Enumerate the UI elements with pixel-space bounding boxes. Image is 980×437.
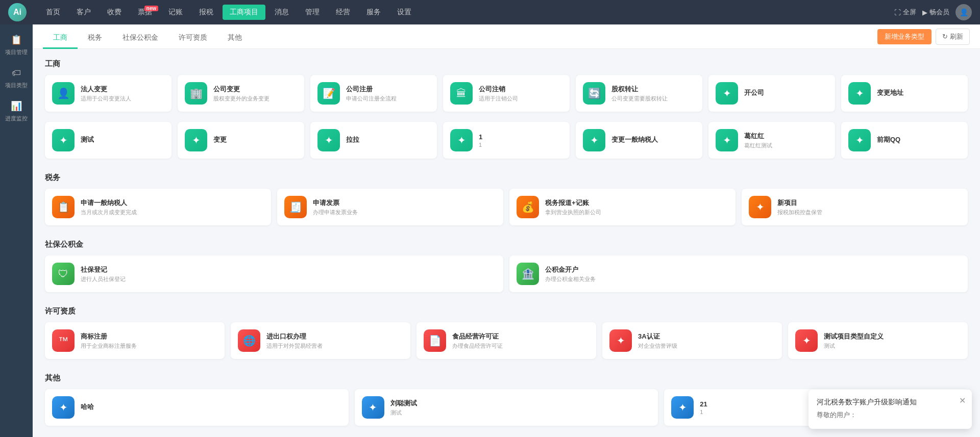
card-icon-拉拉: ✦: [317, 129, 340, 151]
card-name-新项目: 新项目: [777, 198, 961, 208]
nav-item-manage[interactable]: 管理: [298, 5, 327, 20]
fullscreen-btn[interactable]: ⛶ 全屏: [894, 8, 916, 17]
sidebar: 📋 项目管理 🏷 项目类型 📊 进度监控: [0, 24, 33, 437]
card-name-前期QQ: 前期QQ: [877, 135, 961, 144]
card-3A认证[interactable]: ✦ 3A认证 对企业信誉评级: [602, 322, 782, 359]
sidebar-item-progress[interactable]: 📊 进度监控: [2, 95, 31, 126]
section-shuiwu-title: 税务: [45, 173, 968, 183]
card-desc-3A认证: 对企业信誉评级: [638, 342, 775, 350]
card-公积金开户[interactable]: 🏦 公积金开户 办理公积金相关业务: [509, 255, 968, 292]
card-公司变更[interactable]: 🏢 公司变更 股权变更外的业务变更: [178, 75, 304, 112]
card-name-公司注册: 公司注册: [346, 85, 430, 94]
card-变更纳税人[interactable]: ✦ 变更一般纳税人: [576, 122, 702, 159]
shuiwu-card-grid: 📋 申请一般纳税人 当月或次月成变更完成 🧾 申请发票 办理申请发票业务 💰: [45, 189, 968, 225]
card-icon-21: ✦: [671, 396, 694, 419]
card-desc-股权转让: 公司变更需要股权转让: [611, 95, 695, 102]
card-进出口权[interactable]: 🌐 进出口权办理 适用于对外贸易经营者: [231, 322, 410, 359]
nav-item-operation[interactable]: 经营: [329, 5, 357, 20]
sidebar-item-project-manage[interactable]: 📋 项目管理: [2, 29, 31, 60]
card-测试项目类型[interactable]: ✦ 测试项目类型自定义 测试: [788, 322, 968, 359]
card-info-测试项目类型: 测试项目类型自定义 测试: [824, 332, 961, 350]
card-食品经营[interactable]: 📄 食品经营许可证 办理食品经营许可证: [416, 322, 596, 359]
card-info-测试: 测试: [81, 135, 164, 145]
notification-close-button[interactable]: ✕: [959, 396, 966, 405]
card-desc-申请发票: 办理申请发票业务: [313, 209, 496, 216]
card-新项目[interactable]: ✦ 新项目 报税加税控盘保管: [742, 189, 968, 225]
gongshang-card-grid-2: ✦ 测试 ✦ 变更 ✦ 拉拉: [45, 122, 968, 159]
new-badge: new: [144, 6, 158, 11]
card-name-测试: 测试: [81, 135, 164, 144]
nav-item-message[interactable]: 消息: [267, 5, 296, 20]
card-测试[interactable]: ✦ 测试: [45, 122, 172, 159]
card-葛红红[interactable]: ✦ 葛红红 葛红红测试: [708, 122, 835, 159]
card-变更[interactable]: ✦ 变更: [178, 122, 304, 159]
card-name-股权转让: 股权转让: [611, 85, 695, 94]
card-info-变更纳税人: 变更一般纳税人: [611, 135, 695, 145]
avatar[interactable]: 👤: [955, 4, 972, 20]
card-申请纳税人[interactable]: 📋 申请一般纳税人 当月或次月成变更完成: [45, 189, 271, 225]
nav-item-bizproject[interactable]: 工商项目: [223, 5, 265, 20]
main-layout: 📋 项目管理 🏷 项目类型 📊 进度监控 工商 税务 社保公积金 许可资质 其他…: [0, 24, 980, 437]
card-info-申请发票: 申请发票 办理申请发票业务: [313, 198, 496, 216]
content-body: 工商 👤 法人变更 适用于公司变更法人 🏢 公司变更 股权变更外的业务变更: [33, 49, 980, 437]
new-type-button[interactable]: 新增业务类型: [877, 29, 932, 44]
card-商标注册[interactable]: ™ 商标注册 用于企业商标注册服务: [45, 322, 225, 359]
section-gongshang-title: 工商: [45, 59, 968, 69]
nav-items: 首页 客户 收费 票据 new 记账 报税 工商项目 消息 管理 经营 服务 设…: [39, 5, 894, 20]
card-name-刘聪测试: 刘聪测试: [390, 399, 651, 408]
tab-xuke[interactable]: 许可资质: [168, 28, 217, 49]
nav-item-settings[interactable]: 设置: [390, 5, 419, 20]
card-info-前期QQ: 前期QQ: [877, 135, 961, 145]
card-开公司[interactable]: ✦ 开公司: [708, 75, 835, 112]
card-info-新项目: 新项目 报税加税控盘保管: [777, 198, 961, 216]
card-desc-新项目: 报税加税控盘保管: [777, 209, 961, 216]
card-拉拉[interactable]: ✦ 拉拉: [310, 122, 437, 159]
member-icon: ▶: [922, 9, 927, 16]
refresh-button[interactable]: ↻ 刷新: [936, 29, 970, 45]
nav-item-tax[interactable]: 报税: [192, 5, 220, 20]
tab-shebao[interactable]: 社保公积金: [112, 28, 168, 49]
card-desc-测试项目类型: 测试: [824, 342, 961, 350]
card-name-哈哈: 哈哈: [81, 402, 341, 412]
card-变更地址[interactable]: ✦ 变更地址: [841, 75, 968, 112]
card-税务报道[interactable]: 💰 税务报道+记账 拿到营业执照的新公司: [509, 189, 736, 225]
logo[interactable]: Ai: [8, 3, 27, 21]
card-icon-测试: ✦: [52, 129, 75, 151]
nav-item-customer[interactable]: 客户: [69, 5, 98, 20]
card-哈哈[interactable]: ✦ 哈哈: [45, 389, 349, 426]
card-刘聪测试[interactable]: ✦ 刘聪测试 测试: [355, 389, 658, 426]
card-info-3A认证: 3A认证 对企业信誉评级: [638, 332, 775, 350]
project-type-icon: 🏷: [9, 66, 23, 80]
nav-item-bookkeeping[interactable]: 记账: [161, 5, 190, 20]
card-申请发票[interactable]: 🧾 申请发票 办理申请发票业务: [277, 189, 503, 225]
sidebar-item-project-type[interactable]: 🏷 项目类型: [2, 62, 31, 93]
nav-item-home[interactable]: 首页: [39, 5, 67, 20]
tab-gongshang[interactable]: 工商: [43, 28, 78, 49]
tab-shuiwu[interactable]: 税务: [78, 28, 112, 49]
card-info-公司注销: 公司注销 适用于注销公司: [479, 85, 562, 102]
tab-qita[interactable]: 其他: [217, 28, 252, 49]
nav-item-charge[interactable]: 收费: [100, 5, 129, 20]
card-icon-公司注册: 📝: [317, 82, 340, 105]
nav-item-service[interactable]: 服务: [359, 5, 388, 20]
card-info-税务报道: 税务报道+记账 拿到营业执照的新公司: [545, 198, 728, 216]
card-前期QQ[interactable]: ✦ 前期QQ: [841, 122, 968, 159]
card-社保登记[interactable]: 🛡 社保登记 进行人员社保登记: [45, 255, 503, 292]
card-1[interactable]: ✦ 1 1: [443, 122, 570, 159]
nav-item-ticket[interactable]: 票据 new: [131, 5, 159, 20]
notification-title: 河北税务数字账户升级影响通知: [817, 398, 964, 407]
card-name-开公司: 开公司: [744, 88, 828, 97]
card-法人变更[interactable]: 👤 法人变更 适用于公司变更法人: [45, 75, 172, 112]
member-btn[interactable]: ▶ 畅会员: [922, 8, 949, 17]
card-公司注册[interactable]: 📝 公司注册 申请公司注册全流程: [310, 75, 437, 112]
project-manage-icon: 📋: [9, 33, 23, 47]
card-icon-开公司: ✦: [716, 82, 738, 105]
card-icon-新项目: ✦: [749, 196, 771, 218]
card-公司注销[interactable]: 🏛 公司注销 适用于注销公司: [443, 75, 570, 112]
card-info-开公司: 开公司: [744, 88, 828, 98]
card-name-变更地址: 变更地址: [877, 88, 961, 97]
section-qita-title: 其他: [45, 373, 968, 383]
card-icon-1: ✦: [450, 129, 473, 151]
card-icon-申请纳税人: 📋: [52, 196, 75, 218]
card-股权转让[interactable]: 🔄 股权转让 公司变更需要股权转让: [576, 75, 702, 112]
